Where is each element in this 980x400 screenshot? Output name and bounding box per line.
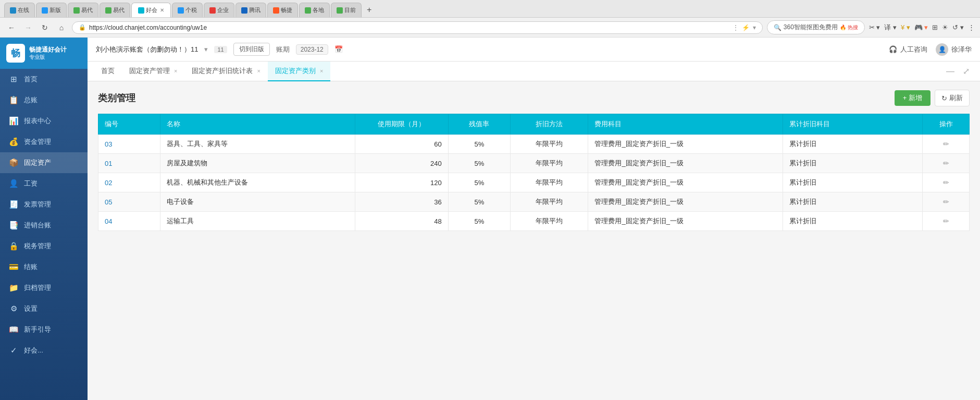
sidebar-item-invoice[interactable]: 🧾 发票管理: [0, 194, 88, 215]
col-header-expense: 费用科目: [588, 114, 783, 135]
tab-changjie[interactable]: 畅捷: [267, 3, 298, 17]
sidebar-item-salary[interactable]: 👤 工资: [0, 173, 88, 194]
toolbar-translate[interactable]: 译 ▾: [884, 23, 897, 32]
tab-xinban[interactable]: 新版: [36, 3, 67, 17]
cell-name: 机器、机械和其他生产设备: [160, 173, 355, 192]
cell-method: 年限平均: [511, 212, 588, 231]
window-maximize[interactable]: ⤢: [959, 66, 974, 76]
edit-button[interactable]: ✏: [943, 159, 949, 167]
cell-period: 36: [355, 192, 448, 212]
tab-muqian[interactable]: 目前: [331, 3, 362, 17]
logo-title: 畅捷通好会计: [29, 46, 67, 54]
user-profile[interactable]: 👤 徐泽华: [936, 43, 972, 56]
sidebar-item-fund[interactable]: 💰 资金管理: [0, 131, 88, 152]
sidebar-item-report[interactable]: 📊 报表中心: [0, 111, 88, 131]
cell-residual: 5%: [448, 212, 510, 231]
consult-btn[interactable]: 🎧 人工咨询: [889, 45, 927, 54]
sidebar-item-guide[interactable]: 📖 新手引导: [0, 319, 88, 340]
main-content: 刘小艳演示账套（勿删勿动！）11 ▾ 11 切到旧版 账期 2023-12 📅 …: [88, 38, 980, 400]
cell-name: 器具、工具、家具等: [160, 135, 355, 154]
toolbar-undo[interactable]: ↺ ▾: [952, 23, 964, 31]
asset-icon: 📦: [8, 157, 19, 168]
add-button[interactable]: + 新增: [895, 90, 931, 106]
page-tab-depreciation[interactable]: 固定资产折旧统计表 ×: [184, 62, 267, 81]
toolbar-sun[interactable]: ☀: [942, 23, 948, 31]
content-area: 类别管理 + 新增 ↻ 刷新 编号 名称 使用期限（月） 残值率: [88, 81, 980, 400]
sidebar-label-purchase: 进销台账: [24, 221, 51, 230]
tab-haohui[interactable]: 好会 ✕: [131, 3, 171, 17]
page-tab-close-category[interactable]: ×: [320, 68, 323, 74]
sidebar-item-home[interactable]: ⊞ 首页: [0, 69, 88, 90]
page-tab-close-asset-manage[interactable]: ×: [174, 68, 177, 74]
category-table: 编号 名称 使用期限（月） 残值率 折旧方法 费用科目 累计折旧科目 操作 03…: [98, 114, 970, 231]
toolbar-cut[interactable]: ✂ ▾: [869, 23, 880, 31]
page-tab-asset-manage[interactable]: 固定资产管理 ×: [122, 62, 184, 81]
toolbar-menu[interactable]: ⋮: [968, 23, 975, 31]
table-row: 03 器具、工具、家具等 60 5% 年限平均 管理费用_固定资产折旧_一级 累…: [98, 135, 970, 154]
cell-accum: 累计折旧: [783, 212, 923, 231]
nav-refresh[interactable]: ↻: [39, 21, 51, 34]
period-label: 账期: [276, 45, 290, 54]
sidebar-item-asset[interactable]: 📦 固定资产: [0, 152, 88, 173]
sidebar-label-asset: 固定资产: [24, 158, 51, 167]
sidebar-item-extra[interactable]: ✓ 好会...: [0, 340, 88, 361]
invoice-icon: 🧾: [8, 199, 19, 210]
cell-name: 运输工具: [160, 212, 355, 231]
tab-geshui[interactable]: 个税: [172, 3, 203, 17]
col-header-accum: 累计折旧科目: [783, 114, 923, 135]
tab-zaixin[interactable]: 在线: [4, 3, 35, 17]
edit-button[interactable]: ✏: [943, 217, 949, 225]
toolbar-game[interactable]: 🎮 ▾: [914, 23, 928, 31]
cell-residual: 5%: [448, 135, 510, 154]
home-icon: ⊞: [8, 74, 19, 84]
col-header-name: 名称: [160, 114, 355, 135]
calendar-icon[interactable]: 📅: [334, 45, 343, 53]
nav-home[interactable]: ⌂: [55, 21, 68, 34]
sidebar-item-ledger[interactable]: 📋 总账: [0, 90, 88, 111]
cell-code: 02: [98, 173, 160, 192]
tab-yidai-2[interactable]: 易代: [100, 3, 130, 17]
page-tab-close-depreciation[interactable]: ×: [257, 68, 260, 74]
cell-expense: 管理费用_固定资产折旧_一级: [588, 212, 783, 231]
page-tab-category[interactable]: 固定资产类别 ×: [268, 62, 330, 81]
new-tab-btn[interactable]: +: [363, 3, 376, 17]
cell-accum: 累计折旧: [783, 135, 923, 154]
nav-back[interactable]: ←: [5, 21, 18, 34]
dropdown-icon[interactable]: ▾: [204, 45, 208, 53]
address-input[interactable]: 🔒 https://cloud.chanjet.com/accounting/u…: [72, 21, 763, 34]
edit-button[interactable]: ✏: [943, 140, 949, 148]
refresh-button[interactable]: ↻ 刷新: [935, 90, 970, 106]
search-bar[interactable]: 🔍 360智能抠图免费用 🔥 热搜: [767, 20, 865, 34]
sidebar-label-tax: 税务管理: [24, 241, 51, 251]
switch-version-button[interactable]: 切到旧版: [233, 43, 270, 56]
cell-method: 年限平均: [511, 173, 588, 192]
tab-close-haohui[interactable]: ✕: [160, 7, 164, 13]
sidebar-item-settle[interactable]: 💳 结账: [0, 257, 88, 277]
nav-forward[interactable]: →: [22, 21, 34, 34]
sidebar-item-purchase[interactable]: 📑 进销台账: [0, 215, 88, 236]
table-row: 01 房屋及建筑物 240 5% 年限平均 管理费用_固定资产折旧_一级 累计折…: [98, 154, 970, 173]
table-header-row: 编号 名称 使用期限（月） 残值率 折旧方法 费用科目 累计折旧科目 操作: [98, 114, 970, 135]
toolbar-grid[interactable]: ⊞: [932, 23, 938, 31]
cell-accum: 累计折旧: [783, 173, 923, 192]
toolbar-yuan[interactable]: ¥ ▾: [901, 23, 910, 31]
salary-icon: 👤: [8, 178, 19, 189]
top-bar: 刘小艳演示账套（勿删勿动！）11 ▾ 11 切到旧版 账期 2023-12 📅 …: [88, 38, 980, 62]
sidebar-label-fund: 资金管理: [24, 137, 51, 147]
edit-button[interactable]: ✏: [943, 198, 949, 206]
sidebar-item-tax[interactable]: 🔒 税务管理: [0, 236, 88, 257]
tab-qiye[interactable]: 企业: [204, 3, 234, 17]
url-text: https://cloud.chanjet.com/accounting/uw1…: [89, 24, 729, 31]
window-minimize[interactable]: —: [942, 67, 959, 76]
page-title-row: 类别管理 + 新增 ↻ 刷新: [98, 90, 970, 106]
tab-yidai-1[interactable]: 易代: [68, 3, 98, 17]
sidebar-label-extra: 好会...: [24, 346, 43, 355]
sidebar-item-archive[interactable]: 📁 归档管理: [0, 277, 88, 298]
tab-tengxun[interactable]: 腾讯: [235, 3, 266, 17]
edit-button[interactable]: ✏: [943, 178, 949, 187]
settle-icon: 💳: [8, 262, 19, 272]
tab-gedi[interactable]: 各地: [299, 3, 330, 17]
page-tab-home[interactable]: 首页: [94, 62, 122, 81]
sidebar-item-settings[interactable]: ⚙ 设置: [0, 298, 88, 319]
sidebar-label-report: 报表中心: [24, 116, 51, 126]
